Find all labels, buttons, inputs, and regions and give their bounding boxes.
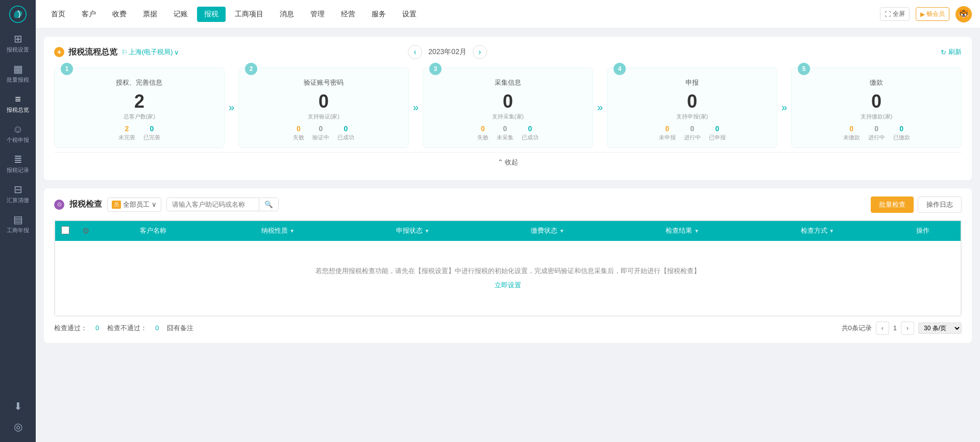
- stat-label: 已成功: [337, 134, 354, 141]
- nav-fee[interactable]: 收费: [105, 7, 134, 22]
- nav-home[interactable]: 首页: [44, 7, 72, 22]
- stat-item: 0 验证中: [312, 125, 329, 141]
- stat-label: 未缴款: [843, 134, 860, 141]
- collapse-label: 收起: [505, 158, 518, 166]
- search-input[interactable]: [167, 198, 259, 211]
- fail-count[interactable]: 0: [155, 324, 159, 332]
- stat-value: 0: [319, 125, 323, 133]
- stat-item: 0 已缴款: [893, 125, 910, 141]
- step-title-4: 申报: [614, 78, 771, 87]
- refresh-button[interactable]: ↻ 刷新: [941, 47, 962, 57]
- stat-label: 验证中: [312, 134, 329, 141]
- pass-count[interactable]: 0: [95, 324, 99, 332]
- stat-item: 0 失败: [477, 125, 488, 141]
- step-title-2: 验证账号密码: [245, 78, 402, 87]
- collapse-button[interactable]: ⌃ 收起: [54, 152, 962, 172]
- stat-label: 失败: [293, 134, 304, 141]
- location-selector[interactable]: ⚐ 上海(电子税局) ∨: [121, 47, 179, 57]
- sidebar-item-huisuan[interactable]: ⊟ 汇算清缴: [0, 179, 36, 209]
- fullscreen-label: 全屏: [893, 10, 905, 18]
- sidebar-item-gongshangnian[interactable]: ▤ 工商年报: [0, 209, 36, 239]
- sidebar-item-piliangshuiwu[interactable]: ▦ 批量报税: [0, 59, 36, 89]
- nav-menu: 首页 客户 收费 票据 记账 报税 工商项目 消息 管理 经营 服务 设置: [44, 7, 880, 22]
- total-records: 共0条记录: [842, 324, 872, 333]
- app-logo: [0, 0, 36, 29]
- filter-icon: ▼: [829, 228, 834, 234]
- table-settings-button[interactable]: ⚙: [82, 226, 89, 236]
- check-title: 报税检查: [69, 199, 102, 210]
- th-declare-label: 申报状态: [396, 227, 423, 234]
- nav-customer[interactable]: 客户: [75, 7, 103, 22]
- sidebar-item-label: 批量报税: [7, 76, 29, 84]
- step-number-2: 2: [245, 63, 257, 75]
- sidebar-item-download[interactable]: ⬇: [0, 396, 36, 416]
- stat-label: 未申报: [659, 134, 676, 141]
- flow-arrow-4: »: [777, 67, 791, 148]
- vip-button[interactable]: ▶ 畅会员: [916, 7, 949, 21]
- tax-settings-icon: ⊞: [14, 34, 22, 44]
- flow-arrow-2: »: [409, 67, 423, 148]
- nav-message[interactable]: 消息: [273, 7, 301, 22]
- sidebar: ⊞ 报税设置 ▦ 批量报税 ≡ 报税总览 ☺ 个税申报 ≣ 报税记录 ⊟ 汇算清…: [0, 0, 36, 442]
- step-title-1: 授权、完善信息: [61, 78, 218, 87]
- prev-page-button[interactable]: ‹: [876, 322, 889, 335]
- next-page-button[interactable]: ›: [901, 322, 914, 335]
- operation-log-button[interactable]: 操作日志: [918, 197, 962, 213]
- quick-setup-link[interactable]: 立即设置: [495, 281, 521, 289]
- play-icon: ▶: [920, 11, 925, 18]
- sidebar-bottom: ⬇ ◎: [0, 396, 36, 442]
- step-desc-3: 支持采集(家): [429, 113, 586, 120]
- th-fee-label: 缴费状态: [531, 227, 557, 234]
- flow-step-2: 2 验证账号密码 0 支持验证(家) 0 失败 0 验证中: [238, 67, 409, 148]
- top-navigation: 首页 客户 收费 票据 记账 报税 工商项目 消息 管理 经营 服务 设置 ⛶ …: [36, 0, 980, 29]
- search-button[interactable]: 🔍: [259, 198, 278, 211]
- step-title-3: 采集信息: [429, 78, 586, 87]
- stat-value: 0: [690, 125, 694, 133]
- th-declare-status: 申报状态 ▼: [346, 220, 480, 241]
- stat-label: 失败: [477, 134, 488, 141]
- nav-manage[interactable]: 管理: [303, 7, 332, 22]
- fullscreen-icon: ⛶: [885, 11, 891, 18]
- step-count-3: 0: [429, 91, 586, 112]
- stat-value: 0: [849, 125, 853, 133]
- flow-step-5: 5 缴款 0 支持缴款(家) 0 未缴款 0 进行中: [791, 67, 962, 148]
- employee-selector[interactable]: 员 全部员工 ∨: [107, 198, 161, 212]
- step-desc-2: 支持验证(家): [245, 113, 402, 120]
- prev-month-button[interactable]: ‹: [408, 45, 422, 59]
- nav-invoice[interactable]: 票据: [136, 7, 164, 22]
- sidebar-item-label: 报税设置: [7, 46, 29, 54]
- sidebar-item-baoshuizonglan[interactable]: ≡ 报税总览: [0, 89, 36, 119]
- tax-record-icon: ≣: [14, 154, 22, 164]
- avatar[interactable]: 🐯: [955, 6, 972, 22]
- step-desc-5: 支持缴款(家): [798, 113, 955, 120]
- sidebar-item-geren[interactable]: ☺ 个税申报: [0, 119, 36, 149]
- nav-operation[interactable]: 经营: [334, 7, 362, 22]
- fullscreen-button[interactable]: ⛶ 全屏: [880, 7, 910, 21]
- nav-tax[interactable]: 报税: [197, 7, 226, 22]
- nav-account[interactable]: 记账: [166, 7, 195, 22]
- sidebar-item-location[interactable]: ◎: [0, 416, 36, 437]
- page-size-selector[interactable]: 30 条/页50 条/页100 条/页: [918, 323, 962, 334]
- stat-item: 2 未完善: [118, 125, 135, 141]
- th-check-result: 检查结果 ▼: [615, 220, 750, 241]
- tax-overview-icon: ≡: [15, 94, 21, 104]
- check-table: ⚙ 客户名称 纳税性质 ▼ 申报状态 ▼: [55, 220, 961, 316]
- sidebar-item-label: 报税记录: [7, 166, 29, 174]
- nav-service[interactable]: 服务: [364, 7, 393, 22]
- personal-tax-icon: ☺: [13, 124, 23, 134]
- th-settings: ⚙: [76, 220, 96, 241]
- sidebar-item-baoshuishezhi[interactable]: ⊞ 报税设置: [0, 29, 36, 59]
- th-tax-type: 纳税性质 ▼: [210, 220, 345, 241]
- batch-check-button[interactable]: 批量检查: [871, 197, 914, 213]
- stat-value: 2: [125, 125, 129, 133]
- flow-arrow-3: »: [593, 67, 607, 148]
- stat-item: 0 已成功: [337, 125, 354, 141]
- flow-title: 报税流程总览: [68, 47, 117, 58]
- next-month-button[interactable]: ›: [473, 45, 487, 59]
- stat-label: 进行中: [684, 134, 701, 141]
- step-count-1: 2: [61, 91, 218, 112]
- select-all-checkbox[interactable]: [61, 226, 69, 234]
- nav-settings[interactable]: 设置: [395, 7, 424, 22]
- nav-business[interactable]: 工商项目: [228, 7, 271, 22]
- sidebar-item-baoshuijilu[interactable]: ≣ 报税记录: [0, 149, 36, 179]
